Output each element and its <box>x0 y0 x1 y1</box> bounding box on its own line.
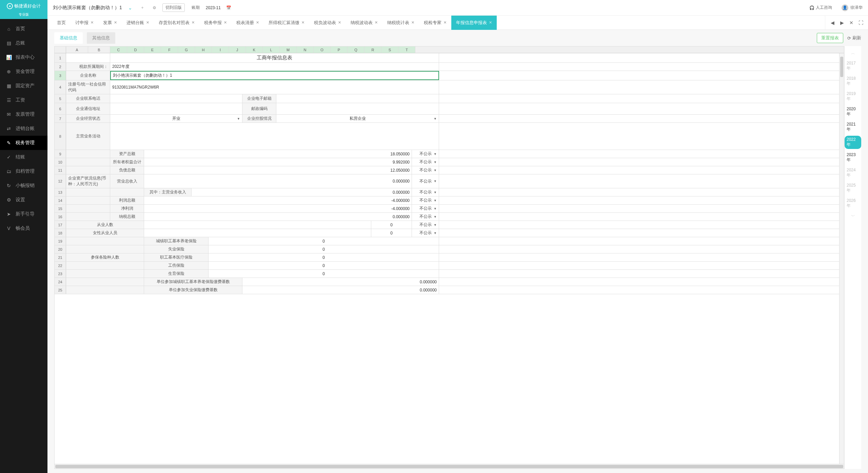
col-header[interactable]: A <box>66 46 88 53</box>
row-header[interactable]: 19 <box>55 237 66 245</box>
publish-select[interactable]: 不公示 <box>412 158 439 166</box>
close-icon[interactable]: ✕ <box>489 20 492 25</box>
tab[interactable]: 税表清册✕ <box>232 16 264 30</box>
row-header[interactable]: 8 <box>55 123 66 150</box>
close-icon[interactable]: ✕ <box>443 20 447 25</box>
holding-select[interactable]: 私营企业 <box>276 115 439 122</box>
row-header[interactable]: 16 <box>55 213 66 221</box>
refresh-button[interactable]: ⟳ 刷新 <box>847 35 861 41</box>
year-option[interactable]: 2025年 <box>845 182 861 195</box>
cell[interactable]: 0.000000 <box>242 278 439 286</box>
tab-close-all-icon[interactable]: ✕ <box>848 19 855 26</box>
horizontal-scrollbar[interactable] <box>55 464 844 469</box>
row-header[interactable]: 3 <box>55 71 66 80</box>
value-cell[interactable]: 0 <box>209 237 439 245</box>
sidebar-item-inout[interactable]: ⇄进销台账 <box>0 121 47 136</box>
period-value[interactable]: 2023-11 <box>206 5 221 10</box>
row-header[interactable]: 13 <box>55 188 66 196</box>
cell[interactable]: 0 <box>371 229 412 237</box>
year-up-icon[interactable]: ︿ <box>850 49 856 57</box>
year-option[interactable]: 2023年 <box>845 151 861 164</box>
period-value[interactable]: 2022年度 <box>110 63 439 71</box>
sidebar-item-fund[interactable]: ⊕资金管理 <box>0 64 47 79</box>
year-option[interactable]: 2019年 <box>845 90 861 103</box>
sidebar-item-settings[interactable]: ⚙设置 <box>0 193 47 207</box>
sidebar-item-vip[interactable]: V畅会员 <box>0 221 47 235</box>
close-icon[interactable]: ✕ <box>411 20 414 25</box>
year-option[interactable]: 2026年 <box>845 197 861 210</box>
col-header[interactable]: J <box>229 46 246 53</box>
gear-icon[interactable]: ⚙ <box>151 5 158 10</box>
cell[interactable] <box>110 123 439 150</box>
cell[interactable] <box>110 103 242 114</box>
close-icon[interactable]: ✕ <box>301 20 304 25</box>
publish-select[interactable]: 不公示 <box>412 213 439 221</box>
year-down-icon[interactable]: ﹀ <box>850 212 856 221</box>
company-name-cell[interactable]: 刘小艳演示账套（勿删勿动！）1 <box>110 71 439 80</box>
switch-old-button[interactable]: 切到旧版 <box>162 3 185 12</box>
status-select[interactable]: 开业 <box>110 115 242 122</box>
value-cell[interactable]: 18.050000 <box>144 150 412 158</box>
row-header[interactable]: 21 <box>55 253 66 261</box>
value-cell[interactable]: -4.000000 <box>144 196 412 204</box>
tab[interactable]: 税检专家✕ <box>419 16 451 30</box>
reg-no-cell[interactable]: 91320811MA7NGR2W6R <box>110 80 439 94</box>
row-header[interactable]: 6 <box>55 103 66 114</box>
close-icon[interactable]: ✕ <box>114 20 117 25</box>
year-option[interactable]: 2018年 <box>845 75 861 88</box>
tab[interactable]: 发票✕ <box>98 16 122 30</box>
row-header[interactable]: 9 <box>55 150 66 158</box>
publish-select[interactable]: 不公示 <box>412 196 439 204</box>
publish-select[interactable]: 不公示 <box>412 229 439 237</box>
value-cell[interactable]: -4.000000 <box>144 205 412 212</box>
year-option[interactable]: 2024年 <box>845 166 861 179</box>
sidebar-item-expense[interactable]: ↻小畅报销 <box>0 178 47 193</box>
sidebar-item-archive[interactable]: 🗂归档管理 <box>0 164 47 178</box>
col-header[interactable]: N <box>297 46 314 53</box>
tab[interactable]: 所得税汇算清缴✕ <box>264 16 309 30</box>
row-header[interactable]: 14 <box>55 196 66 204</box>
tab[interactable]: 税负波动表✕ <box>309 16 346 30</box>
sidebar-item-invoice[interactable]: ✉发票管理 <box>0 107 47 121</box>
row-header[interactable]: 5 <box>55 94 66 103</box>
year-option[interactable]: 2017年 <box>845 59 861 73</box>
col-header[interactable]: K <box>246 46 263 53</box>
cell[interactable] <box>144 229 371 237</box>
row-header[interactable]: 22 <box>55 262 66 269</box>
sidebar-item-asset[interactable]: ▦固定资产 <box>0 79 47 93</box>
cell[interactable] <box>110 94 242 103</box>
row-header[interactable]: 10 <box>55 158 66 166</box>
sidebar-item-ledger[interactable]: ▤总账 <box>0 36 47 50</box>
cell[interactable] <box>66 53 110 62</box>
row-header[interactable]: 11 <box>55 166 66 174</box>
fullscreen-icon[interactable]: ⛶ <box>857 19 865 26</box>
row-header[interactable]: 25 <box>55 286 66 294</box>
row-header[interactable]: 7 <box>55 115 66 122</box>
year-option[interactable]: 2020年 <box>845 105 861 118</box>
year-option[interactable]: 2021年 <box>845 120 861 134</box>
support-button[interactable]: 🎧 人工咨询 <box>809 5 832 11</box>
col-header[interactable]: S <box>381 46 398 53</box>
chevron-down-icon[interactable]: ⌄ <box>126 5 134 11</box>
row-header[interactable]: 12 <box>55 174 66 188</box>
col-header[interactable]: L <box>263 46 280 53</box>
value-cell[interactable]: 0.000000 <box>192 188 412 196</box>
row-header[interactable]: 20 <box>55 245 66 253</box>
vertical-scrollbar[interactable] <box>839 53 844 464</box>
tab[interactable]: 纳税波动表✕ <box>346 16 382 30</box>
sidebar-item-close[interactable]: ✓结账 <box>0 150 47 164</box>
value-cell[interactable]: 0 <box>209 245 439 253</box>
select-all-corner[interactable] <box>55 46 66 53</box>
col-header[interactable]: H <box>195 46 212 53</box>
col-header[interactable]: O <box>314 46 331 53</box>
publish-select[interactable]: 不公示 <box>412 188 439 196</box>
col-header[interactable]: Q <box>348 46 364 53</box>
value-cell[interactable]: 12.050000 <box>144 166 412 174</box>
row-header[interactable]: 4 <box>55 80 66 94</box>
row-header[interactable]: 1 <box>55 53 66 62</box>
cell[interactable] <box>276 103 439 114</box>
tab[interactable]: 进销台账✕ <box>122 16 154 30</box>
publish-select[interactable]: 不公示 <box>412 221 439 229</box>
col-header[interactable]: G <box>178 46 195 53</box>
sidebar-item-guide[interactable]: ➤新手引导 <box>0 207 47 221</box>
